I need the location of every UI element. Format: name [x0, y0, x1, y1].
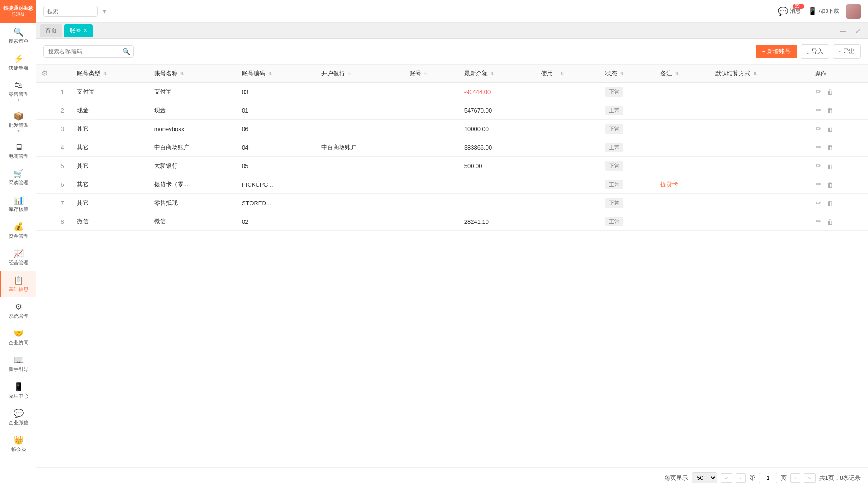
tab-account[interactable]: 账号 ✕	[64, 24, 93, 37]
user-avatar[interactable]	[846, 4, 861, 19]
row-index: 6	[53, 175, 71, 194]
col-settlement-label: 默认结算方式	[715, 70, 750, 77]
sidebar-item-wechat[interactable]: 💬 企业微信	[0, 404, 36, 431]
row-account	[404, 120, 459, 138]
sidebar-item-agreement[interactable]: 🤝 企业协同	[0, 324, 36, 351]
col-remark-sort[interactable]: ⇅	[675, 71, 679, 76]
edit-button[interactable]: ✏	[815, 161, 822, 171]
sidebar-ecommerce-label: 电商管理	[9, 153, 28, 160]
edit-button[interactable]: ✏	[815, 142, 822, 152]
col-usage-sort[interactable]: ⇅	[561, 71, 564, 76]
import-button[interactable]: ↓ 导入	[801, 44, 829, 59]
delete-button[interactable]: 🗑	[826, 106, 835, 115]
row-type: 其它	[71, 138, 149, 157]
sidebar-item-member[interactable]: 👑 畅会员	[0, 431, 36, 457]
col-account-sort[interactable]: ⇅	[424, 71, 427, 76]
row-type: 其它	[71, 120, 149, 138]
edit-button[interactable]: ✏	[815, 216, 822, 226]
row-balance: 500.00	[459, 157, 536, 175]
delete-button[interactable]: 🗑	[826, 143, 835, 152]
delete-button[interactable]: 🗑	[826, 180, 835, 189]
pagination-last-button[interactable]: »	[804, 473, 815, 483]
sidebar-app_center-icon: 📱	[14, 382, 24, 392]
col-name-sort[interactable]: ⇅	[180, 71, 184, 76]
table-row: 2 现金 现金 01 547670.00 正常 ✏ 🗑	[36, 101, 868, 120]
table-settings-icon[interactable]: ⚙	[42, 70, 48, 77]
row-account	[404, 138, 459, 157]
table-row: 5 其它 大新银行 05 500.00 正常 ✏ 🗑	[36, 157, 868, 175]
row-name: 微信	[149, 212, 236, 231]
app-download-button[interactable]: 📱 App下载	[808, 7, 839, 15]
message-button[interactable]: 💬 99+ 消息	[778, 6, 801, 16]
pagination-page-input[interactable]	[759, 473, 777, 483]
sidebar-item-basic[interactable]: 📋 基础信息	[0, 271, 36, 297]
sidebar-item-quick[interactable]: ⚡ 快捷导航	[0, 49, 36, 76]
pagination-next-button[interactable]: ›	[790, 473, 800, 483]
topbar-left: ▼	[43, 6, 108, 17]
action-buttons: ✏ 🗑	[815, 142, 863, 152]
delete-button[interactable]: 🗑	[826, 198, 835, 208]
row-type: 其它	[71, 157, 149, 175]
row-checkbox-cell	[36, 175, 53, 194]
tab-minimize-button[interactable]: —	[836, 26, 850, 35]
pagination-first-button[interactable]: «	[721, 473, 732, 483]
page-size-select[interactable]: 50 10 20 100	[692, 472, 717, 483]
row-usage	[536, 120, 600, 138]
row-settlement	[710, 212, 809, 231]
col-status-sort[interactable]: ⇅	[620, 71, 623, 76]
sidebar-item-operations[interactable]: 📈 经营管理	[0, 244, 36, 271]
col-settlement-sort[interactable]: ⇅	[753, 71, 757, 76]
tab-home[interactable]: 首页	[40, 24, 62, 37]
sidebar-item-guide[interactable]: 📖 新手引导	[0, 351, 36, 377]
sidebar-item-system[interactable]: ⚙ 系统管理	[0, 297, 36, 324]
edit-button[interactable]: ✏	[815, 124, 822, 134]
col-type-sort[interactable]: ⇅	[103, 71, 107, 76]
col-bank-sort[interactable]: ⇅	[348, 71, 351, 76]
sidebar-item-search[interactable]: 🔍 搜索菜单	[0, 23, 36, 49]
table-row: 1 支付宝 支付宝 03 -90444.00 正常 ✏ 🗑	[36, 83, 868, 101]
row-name: 支付宝	[149, 83, 236, 101]
add-account-button[interactable]: + 新增账号	[756, 45, 797, 58]
sidebar-item-ecommerce[interactable]: 🖥 电商管理	[0, 138, 36, 164]
delete-button[interactable]: 🗑	[826, 161, 835, 171]
row-checkbox-cell	[36, 120, 53, 138]
search-button[interactable]: 🔍	[123, 48, 130, 55]
edit-button[interactable]: ✏	[815, 87, 822, 97]
edit-button[interactable]: ✏	[815, 105, 822, 115]
sidebar-item-wholesale[interactable]: 📦 批发管理 ▼	[0, 107, 36, 138]
delete-button[interactable]: 🗑	[826, 87, 835, 97]
tab-expand-button[interactable]: ⤢	[852, 26, 864, 35]
search-input[interactable]	[43, 45, 134, 58]
sidebar-item-app_center[interactable]: 📱 应用中心	[0, 377, 36, 404]
row-code: 01	[236, 101, 316, 120]
col-balance-sort[interactable]: ⇅	[490, 71, 494, 76]
topbar-search-input[interactable]	[43, 6, 98, 17]
export-button[interactable]: ↑ 导出	[833, 44, 861, 59]
search-wrapper: 🔍	[43, 45, 134, 58]
row-index: 3	[53, 120, 71, 138]
pagination-prev-button[interactable]: ‹	[736, 473, 746, 483]
sidebar-item-retail[interactable]: 🛍 零售管理 ▼	[0, 76, 36, 107]
sidebar-item-inventory[interactable]: 📊 库存核算	[0, 191, 36, 217]
edit-button[interactable]: ✏	[815, 179, 822, 189]
tab-account-close-icon[interactable]: ✕	[83, 28, 87, 33]
col-name-label: 账号名称	[154, 70, 178, 77]
row-name: 中百商场账户	[149, 138, 236, 157]
row-type: 微信	[71, 212, 149, 231]
row-code: STORED...	[236, 194, 316, 212]
row-usage	[536, 212, 600, 231]
col-code-sort[interactable]: ⇅	[268, 71, 272, 76]
row-name: 提货卡（零...	[149, 175, 236, 194]
row-usage	[536, 157, 600, 175]
row-usage	[536, 194, 600, 212]
sidebar-guide-label: 新手引导	[9, 366, 28, 373]
toolbar-left: 🔍	[43, 45, 134, 58]
col-remark-label: 备注	[660, 70, 672, 77]
main-content: ▼ 💬 99+ 消息 📱 App下载 首页 账号 ✕ — ⤢	[36, 0, 868, 488]
sidebar-item-purchase[interactable]: 🛒 采购管理	[0, 164, 36, 191]
sidebar-operations-icon: 📈	[14, 249, 24, 258]
edit-button[interactable]: ✏	[815, 198, 822, 208]
sidebar-item-finance[interactable]: 💰 资金管理	[0, 217, 36, 244]
delete-button[interactable]: 🗑	[826, 124, 835, 134]
delete-button[interactable]: 🗑	[826, 217, 835, 226]
